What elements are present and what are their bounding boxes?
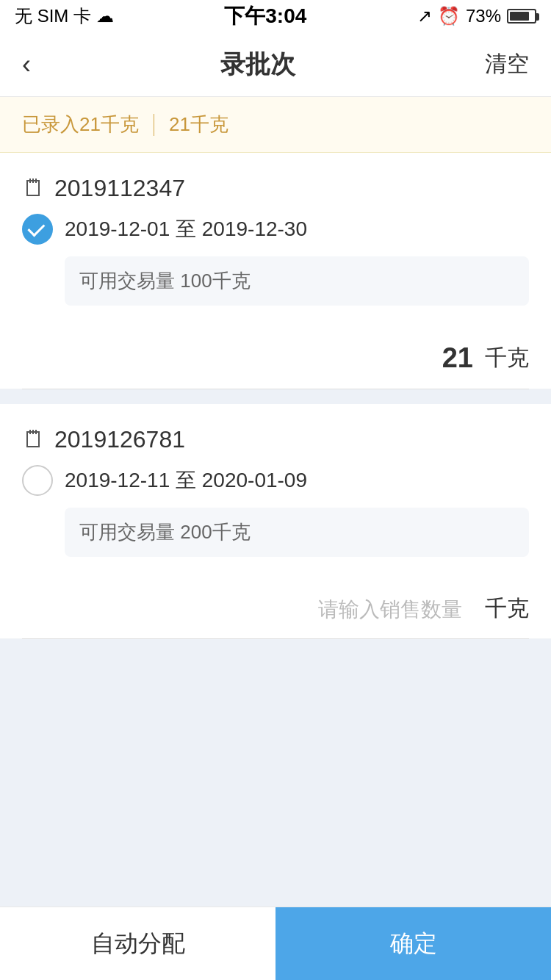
batch1-date: 2019-12-01 至 2019-12-30 <box>65 215 307 243</box>
page-title: 录批次 <box>220 48 295 82</box>
section-divider <box>0 389 551 404</box>
location-icon: ↗ <box>417 6 432 26</box>
batch2-available: 可用交易量 200千克 <box>65 508 529 557</box>
status-bar: 无 SIM 卡 ☁ 下午3:04 ↗ ⏰ 73% <box>0 0 551 32</box>
nav-bar: ‹ 录批次 清空 <box>0 32 551 97</box>
batch2-id: 2019126781 <box>54 426 185 453</box>
info-bar: 已录入21千克 21千克 <box>0 97 551 153</box>
batch2-icon: 🗒 <box>22 426 46 453</box>
batch2-header: 🗒 2019126781 <box>22 426 529 453</box>
bottom-bar: 自动分配 确定 <box>0 907 551 980</box>
batch2-qty-input[interactable] <box>282 597 473 621</box>
batch2-radio[interactable] <box>22 465 53 496</box>
batch2-unit: 千克 <box>485 594 529 624</box>
status-left: 无 SIM 卡 ☁ <box>15 4 114 28</box>
batch1-header: 🗒 2019112347 <box>22 175 529 202</box>
batch1-available: 可用交易量 100千克 <box>65 256 529 306</box>
battery-icon <box>507 9 536 24</box>
info-divider <box>154 114 154 136</box>
confirm-button[interactable]: 确定 <box>276 907 551 980</box>
batch1-radio[interactable] <box>22 214 53 245</box>
batch1-card: 🗒 2019112347 2019-12-01 至 2019-12-30 可用交… <box>0 153 551 328</box>
status-right: ↗ ⏰ 73% <box>417 6 536 26</box>
batch1-date-row: 2019-12-01 至 2019-12-30 <box>22 214 529 245</box>
sim-text: 无 SIM 卡 ☁ <box>15 4 114 28</box>
batch2-date: 2019-12-11 至 2020-01-09 <box>65 466 307 494</box>
batch2-date-row: 2019-12-11 至 2020-01-09 <box>22 465 529 496</box>
alarm-icon: ⏰ <box>438 6 460 26</box>
batch1-amount-value: 21 <box>442 342 473 374</box>
batch2-card: 🗒 2019126781 2019-12-11 至 2020-01-09 可用交… <box>0 404 551 579</box>
batch1-amount-row: 21 千克 <box>0 328 551 389</box>
status-time: 下午3:04 <box>224 2 306 30</box>
clear-button[interactable]: 清空 <box>485 49 529 79</box>
recorded-value: 21千克 <box>169 112 228 137</box>
back-button[interactable]: ‹ <box>22 49 31 80</box>
recorded-label: 已录入21千克 <box>22 112 139 137</box>
battery-text: 73% <box>466 6 501 26</box>
batch1-id: 2019112347 <box>54 175 185 202</box>
batch1-amount-unit: 千克 <box>485 343 529 373</box>
auto-distribute-button[interactable]: 自动分配 <box>0 907 276 980</box>
batch2-input-row: 千克 <box>0 579 551 638</box>
batch1-icon: 🗒 <box>22 175 46 202</box>
